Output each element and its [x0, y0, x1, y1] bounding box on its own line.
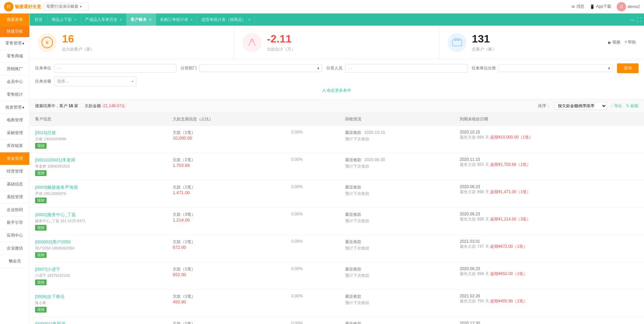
customer-name-link[interactable]: [000001]黄思源	[35, 321, 162, 324]
sidebar-item-member-center[interactable]: 会员中心	[0, 76, 29, 88]
debt-percent: 0.00%	[291, 294, 303, 298]
overdue-days: 最长欠款 853 天	[460, 162, 489, 167]
tab-production-history[interactable]: 产成品入库单历史 ✕	[81, 13, 127, 26]
latest-pay: 最近收款 2020-06-30	[345, 157, 449, 163]
tab-minimize-button[interactable]: —	[630, 17, 635, 22]
sort-select[interactable]: 按欠款金额倒序排序	[554, 102, 607, 110]
sidebar-item-marketing[interactable]: 营销推广	[0, 63, 29, 76]
sidebar-item-corp-wechat[interactable]: 企业微信	[0, 242, 29, 255]
overdue-amount[interactable]: 超期¥652.00（1笔）	[490, 271, 527, 276]
customer-name-link[interactable]: [0001020001]李老师	[35, 157, 162, 163]
filter-input-customer[interactable]: ···	[54, 64, 176, 73]
filter-item-balance: 往来余额 选择...	[35, 77, 136, 86]
filter-input-person[interactable]: ···	[345, 64, 468, 73]
sidebar-quick-nav[interactable]: 快捷导航	[0, 26, 29, 37]
message-button[interactable]: ✉ 消息	[571, 4, 584, 9]
overdue-days: 最长欠款 998 天	[460, 271, 489, 276]
tab-close-icon[interactable]: ✕	[248, 18, 251, 22]
filter-item-category: 往来单位分类	[472, 64, 613, 72]
cell-recovery: 最近收款 预计下次收款	[340, 262, 454, 290]
customer-phone: 李老师 18600391516	[35, 164, 162, 169]
customer-phone: 陈小希	[35, 300, 162, 305]
sidebar-item-operations[interactable]: 经营管理	[0, 165, 29, 178]
stat-block-total: 131 总客户（家） ▶ 视频 ? 帮助	[440, 26, 644, 59]
collapse-bar[interactable]: ⋀ 收起更多条件	[35, 86, 639, 95]
tab-maximize-button[interactable]: ⛶	[637, 17, 641, 22]
app-download-button[interactable]: 📱 App下载	[590, 4, 611, 9]
store-select[interactable]: 母婴行业演示账套	[44, 3, 89, 10]
overdue-days: 最长欠款 998 天	[460, 217, 489, 222]
view-video-button[interactable]: ▶ 视频	[608, 39, 620, 45]
sidebar-item-finance[interactable]: 资金管理	[0, 152, 29, 165]
customer-name-link[interactable]: [0002]服务中心_丁磊	[35, 212, 162, 218]
customer-name-link[interactable]: [0016]吕俊	[35, 130, 162, 136]
customer-name-link[interactable]: [0007]小进千	[35, 266, 162, 272]
next-pay: 预计下次收款	[345, 164, 449, 169]
logo-text: 畅捷通好生意	[15, 4, 41, 10]
sidebar-item-system[interactable]: 系统管理	[0, 191, 29, 204]
customer-phone: 尹燕 18513066976	[35, 191, 162, 196]
tab-close-icon[interactable]: ✕	[74, 18, 77, 22]
overdue-amount[interactable]: 超期¥455.90（1笔）	[490, 299, 527, 303]
debt-amount: 672.00	[173, 245, 278, 250]
tab-close-icon[interactable]: ✕	[119, 18, 122, 22]
customer-phone: 服务中心_丁磊 181 0125 8371	[35, 218, 162, 224]
sidebar-item-purchase[interactable]: 采购管理	[0, 127, 29, 140]
overdue-amount[interactable]: 超期¥672.00（1笔）	[490, 244, 527, 249]
cell-due-date: 2020.06.23 最长欠款 998 天 超期¥652.00（1笔）	[454, 262, 644, 290]
th-customer-info: 客户信息	[30, 113, 167, 126]
tab-purchase-by-product[interactable]: 进货单统计表（按商品） ✕	[197, 13, 255, 26]
cell-customer-info: [000001]黄思源 黄思源 13552700226 现销	[30, 317, 167, 324]
sidebar-item-member-plus[interactable]: 畅会员	[0, 255, 29, 268]
latest-pay-date: 2020-06-30	[364, 157, 385, 162]
stat-block-amount: -2.11 欠款合计（万）	[234, 26, 439, 59]
filter-select-category[interactable]	[499, 64, 613, 72]
customer-name-link[interactable]: [0006]去下粮仓	[35, 294, 162, 300]
tab-customer-account[interactable]: 客户账本 ✕	[127, 13, 156, 26]
user-menu[interactable]: D demo2	[617, 2, 640, 11]
sidebar-item-ecommerce[interactable]: 电商管理	[0, 114, 29, 127]
refresh-icon: ↻	[626, 104, 629, 108]
refresh-button[interactable]: ↻ 刷新	[626, 103, 639, 109]
latest-pay: 最近收款	[345, 239, 449, 245]
debt-percent: 0.00%	[291, 130, 303, 135]
debt-label: 欠款（1笔）	[173, 294, 278, 299]
filter-row-1: 往来单位 ··· 分管部门 分管人员 ···	[35, 63, 639, 73]
sidebar-item-inventory[interactable]: 库存核算	[0, 140, 29, 152]
sidebar-item-basic-info[interactable]: 基础信息	[0, 178, 29, 191]
tab-close-icon[interactable]: ✕	[149, 18, 151, 22]
tab-close-icon[interactable]: ✕	[190, 18, 193, 22]
filter-item-customer: 往来单位 ···	[35, 64, 176, 73]
tab-purchase-stats[interactable]: 采购订单统计表 ✕	[156, 13, 197, 26]
due-date-value: 2020.11.15	[460, 157, 639, 162]
stat-block-debtors: ¥ 16 总欠款客户（家）	[30, 26, 234, 59]
sidebar-item-retail-stats[interactable]: 零售统计	[0, 88, 29, 101]
sidebar-item-retail-mall[interactable]: 零售商城	[0, 50, 29, 63]
export-button[interactable]: ↑ 导出	[611, 103, 622, 109]
sidebar-item-apps[interactable]: 应用中心	[0, 229, 29, 242]
cell-customer-info: [0006]去下粮仓 陈小希 现销	[30, 290, 167, 317]
sidebar-item-wholesale-mgmt[interactable]: 批发管理▾	[0, 101, 29, 114]
latest-pay: 最近收款	[345, 212, 449, 217]
overdue-info: 最长欠款 750 天 超期¥455.90（1笔）	[460, 298, 639, 304]
sidebar-item-retail-mgmt[interactable]: 零售管理▾	[0, 37, 29, 50]
sidebar-search[interactable]: 搜索菜单	[0, 13, 29, 26]
customer-name-link[interactable]: [000002]用户2050	[35, 239, 162, 245]
th-recovery: 回收情况	[340, 113, 454, 126]
tab-product-status[interactable]: 商品上下架 ✕	[48, 13, 81, 26]
customer-name-link[interactable]: [0003]畅捷服务尹海燕	[35, 184, 162, 190]
help-button[interactable]: ? 帮助	[624, 39, 636, 45]
filter-select-balance[interactable]: 选择...	[54, 77, 136, 86]
overdue-amount[interactable]: 超期¥1,471.00（1笔）	[490, 189, 531, 194]
query-button[interactable]: 查询	[617, 63, 639, 73]
sidebar-item-guide[interactable]: 新手引导	[0, 216, 29, 229]
cell-debt-info: 欠款（1笔） 652.00	[167, 262, 283, 290]
overdue-amount[interactable]: 超期¥10,000.00（1笔）	[490, 135, 533, 140]
sidebar-item-enterprise[interactable]: 企业协同	[0, 204, 29, 216]
overdue-amount[interactable]: 超期¥1,214.00（3笔）	[490, 217, 531, 222]
cell-recovery: 最近收款 预计下次收款	[340, 290, 454, 317]
overdue-amount[interactable]: 超期¥1,703.68（1笔）	[490, 162, 531, 167]
overdue-info: 最长欠款 884 天 超期¥10,000.00（1笔）	[460, 135, 639, 140]
tab-home[interactable]: 首页	[30, 13, 48, 26]
filter-select-dept[interactable]	[199, 64, 322, 72]
